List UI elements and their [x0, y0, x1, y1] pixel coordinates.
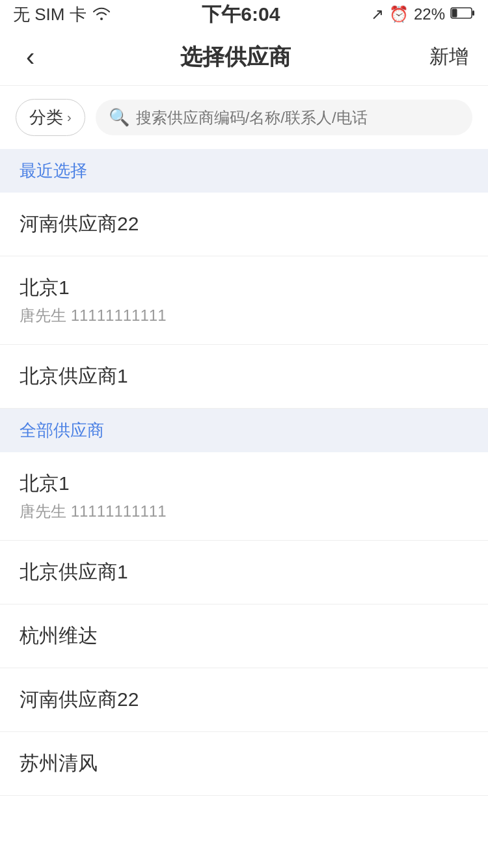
recent-section-header: 最近选择: [0, 149, 488, 193]
alarm-icon: ⏰: [389, 5, 409, 23]
recent-section-label: 最近选择: [20, 161, 87, 180]
list-item[interactable]: 北京供应商1: [0, 345, 488, 409]
category-button[interactable]: 分类 ›: [16, 99, 85, 136]
status-left: 无 SIM 卡: [13, 3, 111, 26]
status-bar: 无 SIM 卡 下午6:04 ↗ ⏰ 22%: [0, 0, 488, 29]
all-section-label: 全部供应商: [20, 420, 104, 440]
item-name: 北京1: [20, 470, 468, 497]
list-item[interactable]: 河南供应商22: [0, 193, 488, 256]
add-new-button[interactable]: 新增: [429, 44, 468, 70]
status-right: ↗ ⏰ 22%: [371, 5, 475, 23]
battery-icon: [450, 5, 475, 23]
search-icon: 🔍: [109, 107, 129, 128]
time-display: 下午6:04: [202, 1, 280, 28]
item-name: 河南供应商22: [20, 686, 468, 713]
recent-list: 河南供应商22 北京1 唐先生 11111111111 北京供应商1: [0, 193, 488, 409]
item-name: 北京供应商1: [20, 559, 468, 586]
chevron-right-icon: ›: [67, 110, 72, 125]
svg-rect-1: [472, 10, 474, 16]
item-name: 北京供应商1: [20, 363, 468, 390]
category-label: 分类: [29, 106, 63, 129]
item-name: 河南供应商22: [20, 211, 468, 237]
all-section-header: 全部供应商: [0, 409, 488, 452]
nav-bar: ‹ 选择供应商 新增: [0, 29, 488, 86]
list-item[interactable]: 河南供应商22: [0, 668, 488, 732]
item-name: 苏州清风: [20, 750, 468, 777]
item-sub: 唐先生 11111111111: [20, 501, 468, 522]
search-box: 🔍: [96, 100, 472, 135]
item-name: 杭州维达: [20, 623, 468, 649]
battery-percent: 22%: [414, 5, 445, 23]
list-item[interactable]: 杭州维达: [0, 604, 488, 668]
svg-rect-2: [452, 9, 457, 18]
back-button[interactable]: ‹: [20, 36, 41, 78]
filter-bar: 分类 › 🔍: [0, 86, 488, 149]
list-item[interactable]: 北京1 唐先生 11111111111: [0, 452, 488, 541]
sim-status: 无 SIM 卡: [13, 3, 87, 26]
item-sub: 唐先生 11111111111: [20, 305, 468, 326]
list-item[interactable]: 北京供应商1: [0, 541, 488, 604]
page-title: 选择供应商: [180, 42, 291, 72]
item-name: 北京1: [20, 275, 468, 301]
all-list: 北京1 唐先生 11111111111 北京供应商1杭州维达河南供应商22苏州清…: [0, 452, 488, 796]
wifi-icon: [92, 5, 111, 25]
list-item[interactable]: 北京1 唐先生 11111111111: [0, 256, 488, 345]
search-input[interactable]: [136, 109, 459, 127]
list-item[interactable]: 苏州清风: [0, 732, 488, 796]
location-icon: ↗: [371, 5, 384, 23]
